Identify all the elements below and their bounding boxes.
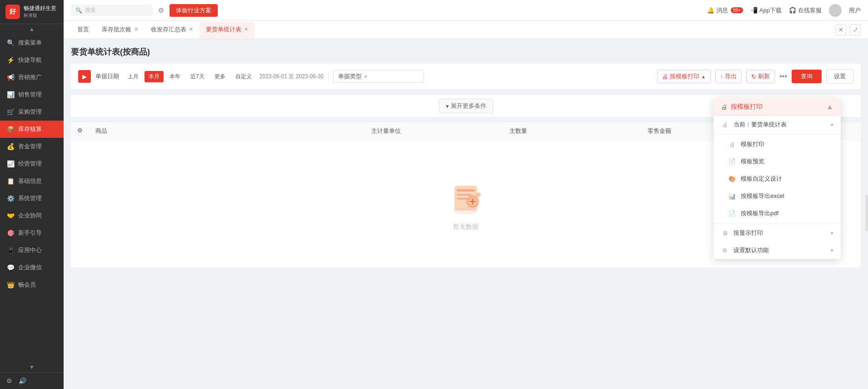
sidebar-item-collab[interactable]: 🤝 企业协同: [0, 207, 64, 224]
page-content: 要货单统计表(按商品) ▶ 单据日期 上月 本月 本年 近7天 更多 自定义 2…: [64, 39, 868, 389]
sidebar-item-label: 畅会员: [18, 281, 36, 289]
table-col-settings: ⚙: [77, 127, 95, 135]
user-name: 用户: [849, 6, 861, 15]
date-btn-this-year[interactable]: 本年: [165, 71, 185, 82]
tab-batch[interactable]: 库存批次账 ✕: [95, 22, 145, 38]
dropdown-item-template-design[interactable]: 🎨 模板自定义设计: [713, 170, 841, 187]
dropdown-divider-2: [713, 223, 841, 223]
chevron-down-icon: ▾: [364, 74, 367, 80]
sidebar-item-operations[interactable]: 📈 经营管理: [0, 155, 64, 172]
scrollbar-indicator[interactable]: [865, 195, 868, 231]
topbar: 🔍 搜索 ⚙ 体验行业方案 🔔 消息 99+ 📲 App下载 🎧 在线客服 用户: [64, 0, 868, 21]
sidebar-item-label: 快捷导航: [18, 56, 42, 64]
sidebar-item-label: 新手引导: [18, 229, 42, 237]
dropdown-item-current-template[interactable]: 🖨 当前：要货单统计表 ▾: [713, 116, 841, 133]
topbar-search-icon: 🔍: [75, 7, 82, 14]
refresh-button[interactable]: ↻ 刷新: [746, 70, 775, 83]
export-excel-label: 按模板导出excel: [741, 192, 784, 200]
sidebar: 好 畅捷通好生意 标准版 ▲ 🔍 搜索菜单 ⚡ 快捷导航 📢 营销推广 📊 销售…: [0, 0, 64, 389]
sidebar-scroll-up[interactable]: ▲: [0, 24, 64, 34]
display-print-label: 按显示打印: [733, 229, 763, 237]
tab-collect-close[interactable]: ✕: [189, 26, 193, 32]
print-button[interactable]: 🖨 按模板打印 ▲: [657, 70, 711, 83]
trial-button[interactable]: 体验行业方案: [170, 4, 218, 17]
sidebar-item-label: 系统管理: [18, 194, 42, 202]
date-label: 单据日期: [95, 72, 119, 81]
sidebar-item-system[interactable]: ⚙️ 系统管理: [0, 190, 64, 207]
topbar-search-box[interactable]: 🔍 搜索: [71, 5, 153, 16]
sidebar-item-quicknav[interactable]: ⚡ 快捷导航: [0, 51, 64, 69]
tab-maximize-button[interactable]: ⤢: [850, 25, 861, 35]
topbar-gear-icon[interactable]: ⚙: [158, 6, 164, 15]
sidebar-item-sales[interactable]: 📊 销售管理: [0, 86, 64, 103]
sidebar-item-finance[interactable]: 💰 资金管理: [0, 138, 64, 155]
download-icon: 📲: [750, 7, 758, 14]
dropdown-item-export-excel[interactable]: 📊 按模板导出excel: [713, 187, 841, 205]
quicknav-icon: ⚡: [6, 56, 15, 64]
sidebar-item-inventory[interactable]: 📦 库存核算: [0, 121, 64, 138]
export-button[interactable]: ↑ 导出: [715, 70, 742, 83]
dropdown-item-display-print[interactable]: 🖥 按显示打印 ▾: [713, 224, 841, 242]
date-buttons: 上月 本月 本年 近7天 更多 自定义 2023-06-01 至 2023-06…: [124, 71, 324, 82]
dropdown-title: 按模板打印: [731, 103, 763, 111]
sidebar-item-label: 经营管理: [18, 160, 42, 168]
dropdown-item-export-pdf[interactable]: 📄 按模板导出pdf: [713, 205, 841, 222]
export-pdf-icon: 📄: [728, 210, 736, 217]
dropdown-item-set-default[interactable]: ⚙ 设置默认功能 ▾: [713, 242, 841, 259]
dropdown-item-template-preview[interactable]: 📄 模板预览: [713, 153, 841, 170]
user-avatar[interactable]: [829, 4, 842, 17]
settings-button[interactable]: 设置: [826, 69, 853, 84]
dropdown-menu: 🖨 按模板打印 ▲ 🖨 当前：要货单统计表 ▾ 🖨 模板打印 📄 模板预览: [713, 98, 841, 259]
collab-icon: 🤝: [6, 212, 15, 219]
date-btn-7days[interactable]: 近7天: [186, 71, 209, 82]
table-col-qty: 主数量: [509, 127, 648, 135]
sidebar-item-appstore[interactable]: 📱 应用中心: [0, 242, 64, 259]
sidebar-item-wechat[interactable]: 💬 企业微信: [0, 259, 64, 276]
tab-close-all-button[interactable]: ✕: [835, 25, 846, 35]
date-btn-custom[interactable]: 自定义: [231, 71, 256, 82]
app-download-button[interactable]: 📲 App下载: [750, 6, 782, 15]
sidebar-item-marketing[interactable]: 📢 营销推广: [0, 69, 64, 86]
sidebar-item-member[interactable]: 👑 畅会员: [0, 276, 64, 293]
order-type-select[interactable]: 单据类型 ▾: [333, 70, 424, 83]
sidebar-item-search[interactable]: 🔍 搜索菜单: [0, 34, 64, 51]
tabbar: 首页 库存批次账 ✕ 收发存汇总表 ✕ 要货单统计表 ✕ ✕ ⤢: [64, 21, 868, 39]
set-default-arrow: ▾: [831, 248, 833, 253]
dropdown-header: 🖨 按模板打印 ▲: [713, 98, 841, 116]
empty-illustration: [445, 177, 486, 217]
sidebar-item-label: 营销推广: [18, 73, 42, 81]
svg-rect-3: [457, 194, 471, 196]
marketing-icon: 📢: [6, 74, 15, 81]
topbar-search-text: 搜索: [85, 6, 96, 14]
speaker-icon[interactable]: 🔊: [19, 377, 26, 384]
online-service-button[interactable]: 🎧 在线客服: [789, 6, 822, 15]
sidebar-item-purchase[interactable]: 🛒 采购管理: [0, 103, 64, 121]
date-btn-more[interactable]: 更多: [210, 71, 229, 82]
messages-button[interactable]: 🔔 消息 99+: [707, 6, 743, 15]
settings-icon[interactable]: ⚙: [6, 377, 12, 384]
expand-more-button[interactable]: ▾ 展开更多条件: [439, 99, 493, 113]
display-print-icon: 🖥: [721, 230, 729, 237]
tab-order-stat[interactable]: 要货单统计表 ✕: [200, 22, 254, 38]
date-btn-last-month[interactable]: 上月: [124, 71, 143, 82]
printer-icon: 🖨: [662, 73, 668, 80]
dropdown-close-button[interactable]: ▲: [826, 103, 833, 111]
query-button[interactable]: 查询: [792, 70, 822, 83]
more-options-icon[interactable]: •••: [779, 72, 787, 81]
tab-order-stat-close[interactable]: ✕: [244, 26, 248, 32]
tab-collect[interactable]: 收发存汇总表 ✕: [145, 22, 200, 38]
headset-icon: 🎧: [789, 7, 796, 14]
sidebar-scroll-down[interactable]: ▼: [0, 362, 64, 372]
filter-expand-button[interactable]: ▶: [78, 70, 91, 83]
dropdown-item-template-print[interactable]: 🖨 模板打印: [713, 136, 841, 153]
sidebar-item-basic[interactable]: 📋 基础信息: [0, 172, 64, 190]
logo-text: 畅捷通好生意: [24, 5, 56, 12]
date-btn-this-month[interactable]: 本月: [145, 71, 164, 82]
sidebar-item-guide[interactable]: 🎯 新手引导: [0, 224, 64, 242]
dropdown-header-printer-icon: 🖨: [721, 103, 727, 111]
tab-batch-close[interactable]: ✕: [134, 26, 138, 32]
print-label: 按模板打印: [670, 72, 699, 81]
tab-home[interactable]: 首页: [71, 22, 95, 38]
messages-badge: 99+: [731, 7, 743, 13]
operations-icon: 📈: [6, 160, 15, 167]
